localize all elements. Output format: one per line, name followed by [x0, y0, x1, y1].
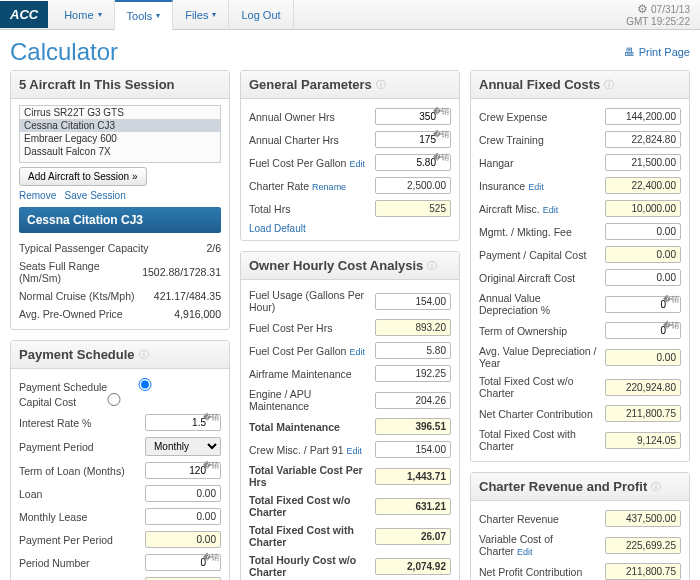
- field-row: Total Fixed Cost with Charter9,124.05: [479, 425, 681, 455]
- field-label: Fuel Cost Per Hrs: [249, 322, 369, 334]
- value-box: 1,443.71: [375, 468, 451, 485]
- field-label: Fuel Cost Per GallonEdit: [249, 157, 369, 169]
- field-label: Airframe Maintenance: [249, 368, 369, 380]
- capital-radio[interactable]: [76, 393, 152, 406]
- nav-files[interactable]: Files▾: [173, 0, 229, 30]
- info-icon[interactable]: ⓘ: [427, 259, 437, 273]
- field-label: Hangar: [479, 157, 599, 169]
- info-icon[interactable]: ⓘ: [651, 480, 661, 494]
- charter-header: Charter Revenue and Profitⓘ: [471, 473, 689, 501]
- number-input[interactable]: [605, 322, 681, 339]
- value-box: 0.00: [605, 349, 681, 366]
- value-box: 22,400.00: [605, 177, 681, 194]
- number-input[interactable]: [375, 108, 451, 125]
- edit-link[interactable]: Edit: [349, 159, 365, 169]
- info-icon[interactable]: ⓘ: [604, 78, 614, 92]
- number-input[interactable]: [605, 296, 681, 313]
- page-title: Calculator: [10, 38, 118, 66]
- nav-home[interactable]: Home▾: [52, 0, 114, 30]
- value-box: 0.00: [605, 269, 681, 286]
- field-row: Total Variable Cost Per Hrs1,443.71: [249, 461, 451, 491]
- list-item[interactable]: Dassault Falcon 7X: [20, 145, 220, 158]
- aircraft-listbox[interactable]: Cirrus SR22T G3 GTS Cessna Citation CJ3 …: [19, 105, 221, 163]
- number-input[interactable]: [375, 154, 451, 171]
- field-label: Interest Rate %: [19, 417, 139, 429]
- print-page-link[interactable]: 🖶Print Page: [624, 46, 690, 58]
- field-row: Annual Owner Hrs: [249, 105, 451, 128]
- field-label: Term of Ownership: [479, 325, 599, 337]
- edit-link[interactable]: Edit: [517, 547, 533, 557]
- value-box: 0.00: [605, 223, 681, 240]
- chevron-down-icon: ▾: [156, 11, 160, 20]
- field-row: Crew Expense144,200.00: [479, 105, 681, 128]
- field-label: Period Number: [19, 557, 139, 569]
- field-row: Engine / APU Maintenance204.26: [249, 385, 451, 415]
- number-input[interactable]: [145, 414, 221, 431]
- field-label: Variable Cost of CharterEdit: [479, 533, 599, 557]
- schedule-radio[interactable]: [107, 378, 183, 391]
- field-label: Charter Revenue: [479, 513, 599, 525]
- field-row: Annual Value Depreciation %: [479, 289, 681, 319]
- field-row: Net Charter Contribution211,800.75: [479, 402, 681, 425]
- field-row: Airframe Maintenance192.25: [249, 362, 451, 385]
- field-row: Total Maintenance396.51: [249, 415, 451, 438]
- add-aircraft-button[interactable]: Add Aircraft to Session »: [19, 167, 147, 186]
- field-label: Charter RateRename: [249, 180, 369, 192]
- gear-icon[interactable]: ⚙: [637, 2, 648, 16]
- remove-link[interactable]: Remove: [19, 190, 56, 201]
- nav-tools[interactable]: Tools▾: [115, 0, 174, 30]
- edit-link[interactable]: Rename: [312, 182, 346, 192]
- select-input[interactable]: Monthly: [145, 437, 221, 456]
- session-header: 5 Aircraft In This Session: [11, 71, 229, 99]
- field-row: Hangar21,500.00: [479, 151, 681, 174]
- aircraft-subhead: Cessna Citation CJ3: [19, 207, 221, 233]
- field-label: Payment / Capital Cost: [479, 249, 599, 261]
- edit-link[interactable]: Edit: [528, 182, 544, 192]
- number-input[interactable]: [375, 131, 451, 148]
- value-box: 10,000.00: [605, 200, 681, 217]
- list-item[interactable]: Cirrus SR22T G3 GTS: [20, 106, 220, 119]
- field-label: Total Variable Cost Per Hrs: [249, 464, 369, 488]
- value-box: 0.00: [145, 531, 221, 548]
- topbar-datetime: ⚙ 07/31/13 GMT 19:25:22: [626, 2, 700, 27]
- value-box: 0.00: [145, 508, 221, 525]
- field-label: Monthly Lease: [19, 511, 139, 523]
- field-label: Net Charter Contribution: [479, 408, 599, 420]
- field-row: Payment Per Period0.00: [19, 528, 221, 551]
- info-icon[interactable]: ⓘ: [139, 348, 149, 362]
- field-label: Crew Misc. / Part 91Edit: [249, 444, 369, 456]
- nav-logout[interactable]: Log Out: [229, 0, 293, 30]
- number-input[interactable]: [145, 462, 221, 479]
- field-label: Payment Per Period: [19, 534, 139, 546]
- field-row: Total Fixed Cost w/o Charter631.21: [249, 491, 451, 521]
- value-box: 211,800.75: [605, 563, 681, 580]
- field-label: Annual Value Depreciation %: [479, 292, 599, 316]
- field-row: Fuel Cost Per Hrs893.20: [249, 316, 451, 339]
- list-item[interactable]: Embraer Legacy 600: [20, 132, 220, 145]
- field-row: Total Hourly Cost w/o Charter2,074.92: [249, 551, 451, 580]
- value-box: 26.07: [375, 528, 451, 545]
- value-box: 225,699.25: [605, 537, 681, 554]
- load-default-link[interactable]: Load Default: [249, 223, 451, 234]
- field-label: Crew Training: [479, 134, 599, 146]
- field-row: Total Fixed Cost with Charter26.07: [249, 521, 451, 551]
- field-row: Payment PeriodMonthly: [19, 434, 221, 459]
- info-icon[interactable]: ⓘ: [376, 78, 386, 92]
- edit-link[interactable]: Edit: [347, 446, 363, 456]
- edit-link[interactable]: Edit: [543, 205, 559, 215]
- value-box: 525: [375, 200, 451, 217]
- field-row: Charter Revenue437,500.00: [479, 507, 681, 530]
- value-box: 2,074.92: [375, 558, 451, 575]
- logo: ACC: [0, 1, 48, 28]
- field-label: Total Hourly Cost w/o Charter: [249, 554, 369, 578]
- general-header: General Parametersⓘ: [241, 71, 459, 99]
- field-row: Variable Cost of CharterEdit225,699.25: [479, 530, 681, 560]
- list-item[interactable]: Cessna Citation CJ3: [20, 119, 220, 132]
- field-row: InsuranceEdit22,400.00: [479, 174, 681, 197]
- fixed-panel: Annual Fixed Costsⓘ Crew Expense144,200.…: [470, 70, 690, 462]
- field-label: Fuel Cost Per GallonEdit: [249, 345, 369, 357]
- field-row: Crew Training22,824.80: [479, 128, 681, 151]
- save-session-link[interactable]: Save Session: [65, 190, 126, 201]
- number-input[interactable]: [145, 554, 221, 571]
- edit-link[interactable]: Edit: [349, 347, 365, 357]
